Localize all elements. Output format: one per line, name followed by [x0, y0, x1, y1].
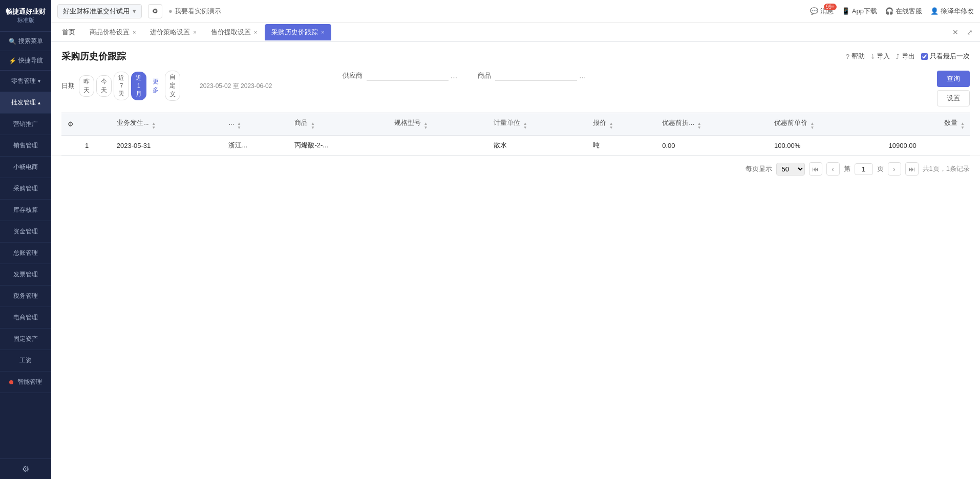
sidebar-item-search[interactable]: 🔍 搜索菜单 — [0, 32, 51, 51]
page-number-input[interactable] — [855, 163, 873, 175]
sidebar-item-ai[interactable]: 智能管理 — [0, 372, 51, 393]
supplier-ellipsis-button[interactable]: ... — [451, 71, 457, 80]
sidebar-item-retail[interactable]: 零售管理 ▾ — [0, 71, 51, 92]
sidebar-item-quicknav[interactable]: ⚡ 快捷导航 — [0, 51, 51, 71]
th-date[interactable]: 业务发生... ▲▼ — [112, 113, 224, 136]
help-icon: ? — [846, 53, 849, 60]
sidebar-item-tax[interactable]: 税务管理 — [0, 286, 51, 307]
goods-filter-label: 商品 — [478, 71, 491, 80]
th-quantity[interactable]: 数量 ▲▼ — [884, 113, 970, 136]
only-last-checkbox[interactable] — [921, 53, 928, 60]
sort-icon[interactable]: ▲▼ — [961, 122, 965, 130]
online-service-button[interactable]: 🎧 在线客服 — [885, 7, 922, 16]
tab-price-settings[interactable]: 商品价格设置 × — [83, 24, 142, 40]
th-goods[interactable]: 商品 ▲▼ — [289, 113, 389, 136]
export-button[interactable]: ⤴ 导出 — [896, 52, 915, 61]
th-unit-label: 计量单位 — [494, 119, 520, 126]
sidebar-item-ecommerce-small[interactable]: 小畅电商 — [0, 157, 51, 178]
sidebar-item-sales[interactable]: 销售管理 — [0, 135, 51, 157]
per-page-label: 每页显示 — [745, 164, 772, 173]
close-icon[interactable]: × — [193, 29, 196, 35]
column-settings-icon[interactable]: ⚙ — [68, 120, 74, 128]
date-btn-1month[interactable]: 近1月 — [131, 72, 146, 100]
user-profile-button[interactable]: 👤 徐泽华修改 — [930, 7, 974, 16]
sort-icon[interactable]: ▲▼ — [311, 122, 315, 130]
date-btn-custom[interactable]: 自定义 — [165, 71, 180, 101]
mobile-icon: 📱 — [842, 7, 850, 15]
messages-button[interactable]: 💬 消息 99+ — [810, 7, 834, 16]
date-btn-more[interactable]: 更多 — [148, 76, 163, 96]
tab-home[interactable]: 首页 — [55, 24, 82, 40]
sort-icon[interactable]: ▲▼ — [811, 122, 815, 130]
sidebar-payroll-label: 工资 — [19, 356, 32, 365]
sidebar-item-inventory[interactable]: 库存核算 — [0, 200, 51, 221]
page-prev-button[interactable]: ‹ — [826, 162, 840, 176]
tab-price-extract[interactable]: 售价提取设置 × — [204, 24, 264, 40]
sidebar-item-invoice[interactable]: 发票管理 — [0, 264, 51, 286]
supplier-input[interactable] — [367, 71, 449, 81]
filter-bar: 日期 昨天 今天 近7天 近1月 更多 自定义 2023-05-02 至 202… — [51, 67, 980, 113]
th-spec-label: 规格型号 — [394, 119, 421, 126]
quicknav-icon: ⚡ — [9, 57, 16, 64]
sidebar-item-wholesale[interactable]: 批发管理 ▴ — [0, 92, 51, 114]
app-download-label: App下载 — [852, 7, 877, 16]
only-last-label: 只看最后一次 — [930, 52, 970, 61]
th-discount-label: 优惠前折... — [662, 119, 694, 126]
date-btn-yesterday[interactable]: 昨天 — [79, 75, 94, 97]
query-button[interactable]: 查询 — [937, 71, 970, 87]
close-icon[interactable]: × — [321, 29, 324, 35]
tab-close-button[interactable]: ✕ — [949, 26, 962, 38]
product-name: 好业财标准版交付试用 — [63, 7, 130, 16]
tab-home-label: 首页 — [62, 28, 75, 37]
tab-purchase-history[interactable]: 采购历史价跟踪 × — [265, 24, 331, 40]
app-download-button[interactable]: 📱 App下载 — [842, 7, 877, 16]
settings-icon[interactable]: ⚙ — [22, 465, 29, 473]
play-icon: ● — [168, 7, 173, 15]
close-icon[interactable]: × — [254, 29, 257, 35]
page-first-button[interactable]: ⏮ — [809, 162, 822, 176]
sort-icon[interactable]: ▲▼ — [152, 122, 156, 130]
only-last-checkbox-label[interactable]: 只看最后一次 — [921, 52, 970, 61]
th-quantity-label: 数量 — [944, 119, 957, 126]
sort-icon[interactable]: ▲▼ — [697, 122, 701, 130]
sidebar-item-ecommerce[interactable]: 电商管理 — [0, 307, 51, 329]
demo-button[interactable]: ● 我要看实例演示 — [168, 7, 221, 16]
close-icon[interactable]: × — [133, 29, 136, 35]
topbar-settings-button[interactable]: ⚙ — [148, 4, 162, 18]
filter-settings-button[interactable]: 设置 — [937, 90, 970, 106]
th-discount[interactable]: 优惠前折... ▲▼ — [657, 113, 769, 136]
sidebar-item-purchase[interactable]: 采购管理 — [0, 178, 51, 200]
td-discount: 100.00% — [769, 136, 884, 156]
sidebar-item-assets[interactable]: 固定资产 — [0, 329, 51, 350]
td-goods: 丙烯酸-2-... — [289, 136, 389, 156]
date-btn-today[interactable]: 今天 — [96, 75, 112, 97]
th-unit[interactable]: 计量单位 ▲▼ — [488, 113, 588, 136]
page-last-button[interactable]: ⏭ — [905, 162, 919, 176]
th-before-price[interactable]: 优惠前单价 ▲▼ — [769, 113, 884, 136]
th-spec[interactable]: 规格型号 ▲▼ — [389, 113, 488, 136]
page-next-button[interactable]: › — [888, 162, 901, 176]
sidebar-item-payroll[interactable]: 工资 — [0, 350, 51, 372]
help-button[interactable]: ? 帮助 — [846, 52, 865, 61]
th-extra[interactable]: ... ▲▼ — [223, 113, 289, 136]
goods-input[interactable] — [495, 71, 577, 81]
sidebar-item-marketing[interactable]: 营销推广 — [0, 114, 51, 135]
sidebar-item-ledger[interactable]: 总账管理 — [0, 243, 51, 264]
sort-icon[interactable]: ▲▼ — [237, 122, 241, 130]
sidebar-item-finance[interactable]: 资金管理 — [0, 221, 51, 243]
avatar-icon: 👤 — [930, 7, 939, 15]
import-button[interactable]: ⤵ 导入 — [871, 52, 890, 61]
sort-icon[interactable]: ▲▼ — [609, 122, 613, 130]
goods-ellipsis-button[interactable]: ... — [579, 71, 586, 80]
sort-icon[interactable]: ▲▼ — [523, 122, 527, 130]
sidebar-invoice-label: 发票管理 — [13, 270, 38, 279]
th-price[interactable]: 报价 ▲▼ — [588, 113, 657, 136]
product-selector[interactable]: 好业财标准版交付试用 ▾ — [57, 4, 142, 18]
data-table: ⚙ 业务发生... ▲▼ ... ▲▼ 商品 — [61, 113, 970, 156]
goods-filter-group: 商品 ... — [478, 71, 586, 81]
sort-icon[interactable]: ▲▼ — [424, 122, 428, 130]
per-page-select[interactable]: 20 50 100 — [776, 163, 805, 176]
date-btn-7days[interactable]: 近7天 — [114, 72, 129, 100]
tab-purchase-strategy[interactable]: 进价策略设置 × — [143, 24, 203, 40]
tab-expand-button[interactable]: ⤢ — [964, 26, 976, 38]
